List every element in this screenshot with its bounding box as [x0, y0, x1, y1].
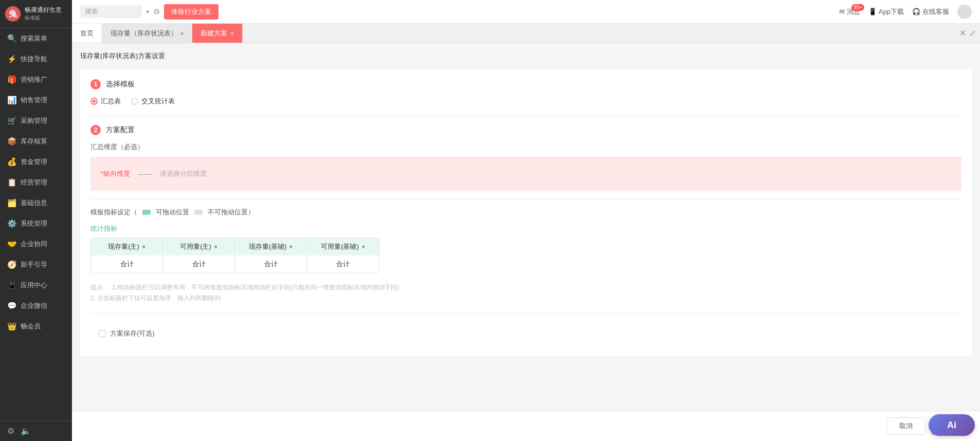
tabs-expand-button[interactable]: ⤢: [969, 28, 976, 38]
finance-icon: 💰: [7, 157, 16, 167]
stats-col-1: 现存量(主) ▾: [91, 238, 163, 255]
sidebar-item-marketing[interactable]: 🎁 营销推广: [0, 69, 72, 90]
radio-cross-dot: [131, 98, 138, 105]
step2-section: 2 方案配置 汇总维度（必选） *纵向维度 —— 请选择分组维度 模板指标设定（: [90, 125, 961, 303]
dimension-required: *纵向维度: [101, 169, 130, 178]
message-icon: ✉: [839, 8, 845, 15]
wechat-icon: 💬: [7, 301, 16, 310]
step1-badge: 1: [90, 79, 101, 89]
sidebar-item-purchase[interactable]: 🛒 采购管理: [0, 111, 72, 131]
divider1: [90, 116, 961, 117]
header-gear-icon[interactable]: ⚙: [153, 7, 160, 16]
sound-icon[interactable]: 🔈: [21, 426, 31, 436]
stats-col-3-chevron[interactable]: ▾: [289, 244, 293, 250]
option-summary[interactable]: 汇总表: [90, 97, 121, 106]
tab-inventory-status-close[interactable]: ×: [180, 30, 184, 36]
option-cross[interactable]: 交叉统计表: [131, 97, 175, 106]
draggable-label: 可拖动位置: [156, 208, 189, 217]
divider2: [90, 199, 961, 199]
sidebar-item-inventory[interactable]: 📦 库存核算: [0, 131, 72, 152]
ai-bubble[interactable]: Ai: [929, 414, 975, 436]
sidebar-item-label: 资金管理: [21, 157, 47, 167]
service-icon: 🎧: [912, 8, 920, 15]
stats-cell-4: 合计: [307, 255, 379, 273]
save-option-checkbox[interactable]: [99, 330, 106, 337]
draggable-indicator: [142, 210, 151, 215]
sidebar-item-new-guide[interactable]: 🧭 新手引导: [0, 254, 72, 275]
sidebar-logo: 兔 畅康通好生意 标准版: [0, 0, 72, 28]
header-dropdown-icon[interactable]: ▾: [146, 8, 149, 15]
indicator-label-text: 模板指标设定（: [90, 208, 137, 217]
step2-badge: 2: [90, 125, 101, 135]
dimension-label: 汇总维度（必选）: [90, 142, 961, 152]
user-avatar[interactable]: [957, 5, 972, 19]
sidebar-item-contract[interactable]: 🤝 企业协同: [0, 234, 72, 254]
save-option-label: 方案保存(可选): [110, 329, 155, 338]
step1-title: 选择模板: [106, 80, 135, 89]
sidebar-item-quick-nav[interactable]: ⚡ 快捷导航: [0, 49, 72, 69]
tab-inventory-status-label: 现存量（库存状况表）: [111, 29, 177, 38]
hint-row-1: 提示： 1.拖动标题栏可以调整布局，不可跨维度或指标区域拖动栏目字段(只能在同一…: [90, 283, 961, 292]
stats-cell-3: 合计: [235, 255, 307, 273]
sidebar-footer: ⚙ 🔈: [0, 420, 72, 441]
divider3: [90, 313, 961, 314]
sidebar-item-search[interactable]: 🔍 搜索菜单: [0, 28, 72, 49]
stats-cell-1: 合计: [91, 255, 163, 273]
stats-col-3: 现存量(基辅) ▾: [235, 238, 307, 255]
sidebar-item-finance[interactable]: 💰 资金管理: [0, 152, 72, 172]
message-button[interactable]: ✉ 消息 99+: [839, 7, 860, 16]
stats-table-body: 合计 合计 合计 合计: [91, 255, 379, 273]
app-download-button[interactable]: 📱 App下载: [868, 7, 904, 16]
stats-col-3-label: 现存量(基辅): [249, 242, 287, 251]
header-search: 搜索: [80, 5, 142, 18]
online-service-button[interactable]: 🎧 在线客服: [912, 7, 949, 16]
search-icon: 🔍: [7, 34, 16, 43]
sidebar-item-label: 快捷导航: [21, 54, 47, 64]
step2-title: 方案配置: [106, 125, 135, 135]
non-draggable-label: 不可拖动位置）: [208, 208, 255, 217]
save-option-row: 方案保存(可选): [90, 322, 961, 345]
step1-header: 1 选择模板: [90, 79, 961, 89]
sidebar-item-label: 系统管理: [21, 219, 47, 228]
sidebar-item-label: 销售管理: [21, 96, 47, 105]
tab-inventory-status[interactable]: 现存量（库存状况表） ×: [102, 24, 192, 43]
tab-new-plan-close[interactable]: ×: [230, 30, 233, 36]
template-options: 汇总表 交叉统计表: [90, 97, 961, 106]
header-right: ✉ 消息 99+ 📱 App下载 🎧 在线客服: [839, 5, 972, 19]
app-badge: 标准版: [25, 14, 62, 22]
sidebar-nav: 🔍 搜索菜单 ⚡ 快捷导航 🎁 营销推广 📊 销售管理 🛒 采购管理 📦 库存核…: [0, 28, 72, 420]
dimension-required-text: *纵向维度: [101, 170, 130, 177]
purchase-icon: 🛒: [7, 116, 16, 125]
sidebar-item-member[interactable]: 👑 畅会员: [0, 316, 72, 337]
tabs-close-button[interactable]: ✕: [959, 28, 966, 38]
tab-new-plan[interactable]: 新建方案 ×: [192, 24, 242, 43]
sidebar-item-sales[interactable]: 📊 销售管理: [0, 90, 72, 111]
system-icon: ⚙️: [7, 219, 16, 228]
stats-col-1-chevron[interactable]: ▾: [142, 244, 146, 250]
sidebar-item-label: 企业微信: [21, 301, 47, 310]
tab-home[interactable]: 首页: [72, 24, 102, 43]
sidebar-item-label: 搜索菜单: [21, 34, 47, 43]
sidebar-item-business[interactable]: 📋 经营管理: [0, 172, 72, 193]
sidebar-item-label: 经营管理: [21, 178, 47, 187]
stats-col-2-chevron[interactable]: ▾: [214, 244, 217, 250]
stats-table-header: 现存量(主) ▾ 可用量(主) ▾ 现存量(基辅) ▾ 可用量(基辅): [91, 238, 379, 255]
settings-icon[interactable]: ⚙: [7, 426, 14, 436]
sidebar-item-wechat[interactable]: 💬 企业微信: [0, 296, 72, 316]
sidebar-item-app-center[interactable]: 📱 应用中心: [0, 275, 72, 296]
sidebar-item-label: 企业协同: [21, 240, 47, 249]
quick-nav-icon: ⚡: [7, 54, 16, 64]
settings-panel: 1 选择模板 汇总表 交叉统计表 2: [80, 69, 972, 356]
sidebar-item-label: 采购管理: [21, 116, 47, 125]
sidebar-item-system[interactable]: ⚙️ 系统管理: [0, 213, 72, 234]
stats-col-4-chevron[interactable]: ▾: [362, 244, 365, 250]
sidebar-item-basic-info[interactable]: 🗂️ 基础信息: [0, 193, 72, 213]
hint-num-1: 提示：: [90, 283, 109, 292]
hint-text-1: 1.拖动标题栏可以调整布局，不可跨维度或指标区域拖动栏目字段(只能在同一维度或指…: [112, 283, 399, 292]
app-name: 畅康通好生意: [25, 6, 62, 14]
cancel-button[interactable]: 取消: [886, 417, 925, 435]
header-left: 搜索 ▾ ⚙ 体验行业方案: [80, 4, 833, 20]
phone-icon: 📱: [868, 8, 877, 15]
try-plan-button[interactable]: 体验行业方案: [164, 4, 219, 20]
dimension-dash: ——: [138, 170, 152, 178]
